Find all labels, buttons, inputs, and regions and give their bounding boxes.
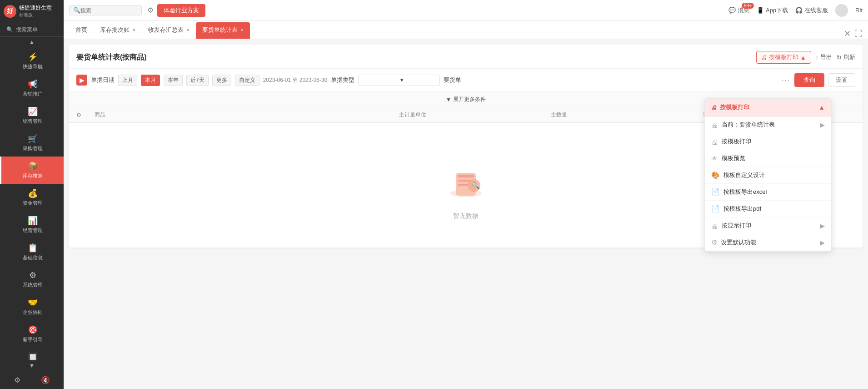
sidebar-item-purchase[interactable]: 🛒 采购管理 — [0, 129, 64, 157]
date-btn-more[interactable]: 更多 — [212, 75, 231, 86]
settings-btn[interactable]: 设置 — [828, 73, 855, 87]
topbar-search-input[interactable] — [80, 7, 135, 14]
trial-btn[interactable]: 体验行业方案 — [157, 4, 205, 17]
refresh-label: 刷新 — [843, 53, 855, 61]
system-icon: ⚙ — [29, 270, 36, 280]
sidebar-label-finance: 资金管理 — [23, 200, 43, 207]
app-dl-label: App下载 — [766, 6, 788, 15]
inventory-icon: 📦 — [28, 161, 38, 171]
sidebar-scroll-down[interactable]: ▼ — [0, 360, 64, 371]
date-btn-custom[interactable]: 自定义 — [235, 75, 259, 86]
display-print-arrow: ▶ — [820, 222, 825, 229]
online-cs-btn[interactable]: 🎧 在线客服 — [795, 6, 828, 15]
sidebar-audio-icon[interactable]: 🔇 — [41, 376, 50, 384]
print-tpl-arrow-up: ▲ — [800, 54, 806, 61]
sidebar-label-purchase: 采购管理 — [23, 145, 43, 152]
date-btn-last-month[interactable]: 上月 — [118, 75, 137, 86]
sidebar-item-newbie[interactable]: 🎯 新手引导 — [0, 320, 64, 348]
display-print-label: 按显示打印 — [722, 222, 751, 230]
tab-maximize-btn[interactable]: ⛶ — [854, 29, 863, 39]
sidebar-item-quick-nav[interactable]: ⚡ 快捷导航 — [0, 47, 64, 75]
col-qty-header: 主数量 — [551, 111, 703, 119]
sidebar-search[interactable]: 🔍 搜索菜单 — [0, 23, 64, 37]
expand-more-btn[interactable]: ▼ 展开更多条件 — [439, 94, 493, 105]
filter-bar: ▶ 单据日期 上月 本月 本年 近7天 更多 自定义 2023-06-01 至 … — [69, 69, 863, 92]
print-dropdown-popup: 🖨 按模板打印 ▲ 🖨 当前：要货单统计表 ▶ 🖨 按模板打印 👁 模板预览 — [704, 98, 832, 252]
expand-more-icon: ▼ — [446, 96, 451, 103]
filter-expand-btn[interactable]: ▶ — [76, 75, 87, 86]
doc-type-select[interactable]: ▼ — [358, 75, 440, 86]
main-area: 🔍 ⚙ 体验行业方案 💬 消息 99+ 📱 App下载 🎧 在线客服 Rit — [64, 0, 868, 389]
tab-order-stats[interactable]: 要货单统计表 × — [196, 22, 250, 39]
more-dots[interactable]: ··· — [781, 76, 791, 85]
sidebar-bottom: ⚙ 🔇 — [0, 371, 64, 389]
marketing-icon: 📢 — [28, 79, 38, 89]
sidebar-item-marketing[interactable]: 📢 营销推广 — [0, 75, 64, 102]
display-print-icon: 🖨 — [711, 222, 718, 230]
export-label: 导出 — [820, 53, 832, 61]
export-btn[interactable]: ↑ 导出 — [816, 53, 833, 61]
search-icon: 🔍 — [6, 26, 13, 33]
date-btn-last-7-days[interactable]: 近7天 — [186, 75, 209, 86]
user-avatar[interactable] — [835, 4, 848, 17]
sidebar-label-operations: 经营管理 — [23, 227, 43, 234]
refresh-btn[interactable]: ↻ 刷新 — [837, 53, 855, 61]
query-btn[interactable]: 查询 — [794, 73, 824, 87]
sidebar-scroll-up[interactable]: ▲ — [0, 37, 64, 47]
tab-home[interactable]: 首页 — [69, 22, 94, 39]
date-btn-current-year[interactable]: 本年 — [164, 75, 183, 86]
sidebar-settings-icon[interactable]: ⚙ — [14, 376, 20, 384]
tpl-print-icon: 🖨 — [711, 138, 718, 146]
col-settings[interactable]: ⚙ — [76, 112, 95, 118]
tab-receipt-summary[interactable]: 收发存汇总表 × — [142, 22, 196, 39]
sidebar-item-inventory[interactable]: 📦 库存核算 — [0, 157, 64, 184]
filter-actions: ··· 查询 设置 — [781, 73, 855, 87]
app-download-btn[interactable]: 📱 App下载 — [757, 6, 788, 15]
dropdown-set-default[interactable]: ⚙ 设置默认功能 ▶ — [705, 234, 831, 251]
logo-sub: 标准版 — [19, 12, 52, 18]
online-cs-label: 在线客服 — [804, 6, 828, 15]
tab-close-all-btn[interactable]: ✕ — [844, 29, 851, 39]
sales-icon: 📈 — [28, 106, 38, 116]
tab-receipt-summary-close[interactable]: × — [186, 27, 190, 33]
topbar-settings-icon[interactable]: ⚙ — [147, 6, 154, 15]
username-label[interactable]: Rit — [855, 7, 863, 14]
tpl-design-icon: 🎨 — [711, 171, 720, 179]
sidebar-item-appstore[interactable]: 🔲 应用中心 — [0, 348, 64, 360]
tab-order-stats-close[interactable]: × — [240, 27, 244, 33]
dropdown-tpl-export-pdf[interactable]: 📄 按模板导出pdf — [705, 201, 831, 217]
sidebar-label-inventory: 库存核算 — [23, 172, 43, 179]
sidebar-item-basic[interactable]: 📋 基础信息 — [0, 238, 64, 266]
dropdown-close-arrow[interactable]: ▲ — [818, 104, 825, 111]
dropdown-tpl-preview[interactable]: 👁 模板预览 — [705, 150, 831, 167]
tab-batch-account[interactable]: 库存批次账 × — [94, 22, 142, 39]
sidebar-item-finance[interactable]: 💰 资金管理 — [0, 184, 64, 211]
empty-icon: 🔍 — [443, 159, 489, 205]
tabs-bar: 首页 库存批次账 × 收发存汇总表 × 要货单统计表 × ✕ ⛶ — [64, 21, 868, 39]
sidebar-nav: ⚡ 快捷导航 📢 营销推广 📈 销售管理 🛒 采购管理 📦 库存核算 💰 资金管… — [0, 47, 64, 360]
sidebar-item-collab[interactable]: 🤝 企业协同 — [0, 293, 64, 320]
sidebar-item-system[interactable]: ⚙ 系统管理 — [0, 266, 64, 293]
newbie-icon: 🎯 — [28, 325, 38, 335]
tab-order-stats-label: 要货单统计表 — [202, 26, 238, 34]
date-btn-current-month[interactable]: 本月 — [141, 75, 160, 86]
dropdown-tpl-print[interactable]: 🖨 按模板打印 — [705, 133, 831, 150]
refresh-icon: ↻ — [837, 54, 842, 61]
dropdown-display-print[interactable]: 🖨 按显示打印 ▶ — [705, 217, 831, 234]
svg-rect-3 — [458, 180, 471, 182]
tab-home-label: 首页 — [75, 26, 87, 34]
tab-receipt-summary-label: 收发存汇总表 — [148, 26, 184, 34]
dropdown-tpl-design[interactable]: 🎨 模板自定义设计 — [705, 167, 831, 184]
print-tpl-btn[interactable]: 🖨 按模板打印 ▲ — [756, 51, 811, 64]
tab-batch-account-close[interactable]: × — [132, 27, 135, 33]
tpl-preview-label: 模板预览 — [722, 154, 745, 162]
sidebar-item-sales[interactable]: 📈 销售管理 — [0, 102, 64, 129]
dropdown-current-item[interactable]: 🖨 当前：要货单统计表 ▶ — [705, 116, 831, 133]
dropdown-tpl-export-excel[interactable]: 📄 按模板导出excel — [705, 184, 831, 201]
sidebar-search-label: 搜索菜单 — [16, 26, 38, 34]
message-btn[interactable]: 💬 消息 99+ — [728, 6, 749, 15]
sidebar-item-operations[interactable]: 📊 经营管理 — [0, 211, 64, 238]
page-actions: 🖨 按模板打印 ▲ ↑ 导出 ↻ 刷新 — [756, 51, 855, 64]
dropdown-title-label: 按模板打印 — [720, 103, 749, 111]
sidebar-label-quick-nav: 快捷导航 — [23, 63, 43, 70]
